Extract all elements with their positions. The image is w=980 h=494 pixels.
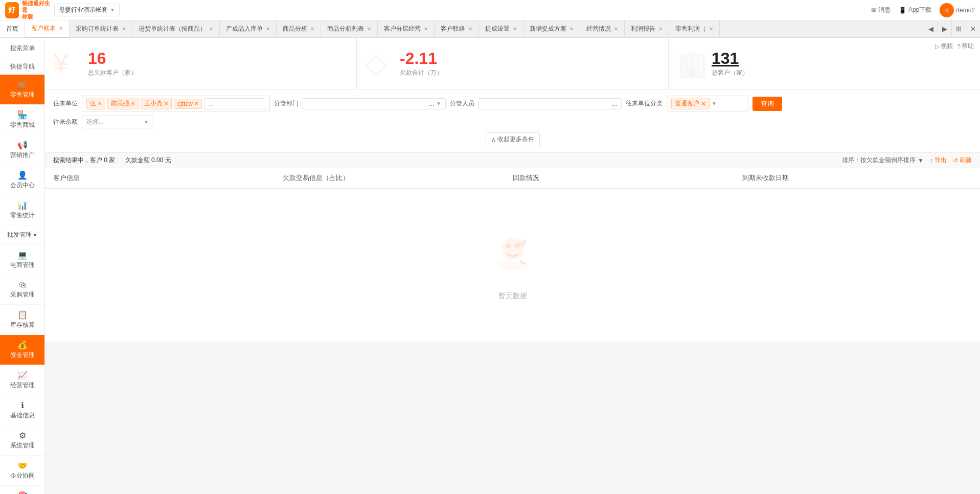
video-help-btn[interactable]: ▷ 视频 — [935, 42, 953, 51]
tab-operations[interactable]: 经营情况 ✕ — [580, 20, 625, 38]
tab-product-inbound[interactable]: 产成品入库单 ✕ — [220, 20, 277, 38]
sidebar-item-retail-mall[interactable]: 🏪 零售商城 — [0, 105, 44, 135]
unit-category-select[interactable]: 普通客户 ✕ ▼ — [667, 96, 748, 111]
collapse-btn[interactable]: ∧ 收起更多条件 — [486, 132, 540, 146]
retail-mgmt-icon: 🛒 — [17, 80, 28, 89]
sidebar-item-wholesale-mgmt-label: 批发管理 — [7, 231, 32, 239]
stat3-value: 131 — [712, 50, 748, 66]
person-more-icon: ... — [612, 100, 617, 107]
result-debt-unit: 元 — [165, 156, 171, 164]
tab-profit-report-label: 利润报告 — [631, 25, 655, 33]
unit-filter-label: 往来单位 — [53, 99, 78, 108]
tab-product-analysis[interactable]: 商品分析 ✕ — [277, 20, 321, 38]
table-header: 客户信息 欠款交易信息（占比） 回款情况 到期未收款日期 — [45, 168, 980, 189]
tab-profit-report[interactable]: 利润报告 ✕ — [625, 20, 669, 38]
message-icon: ✉ — [871, 7, 876, 14]
tab-retail-profit[interactable]: 零售利润（ ✕ — [669, 20, 720, 38]
avatar: d — [940, 3, 954, 17]
data-table: 客户信息 欠款交易信息（占比） 回款情况 到期未收款日期 — [45, 168, 980, 342]
tab-commission-settings[interactable]: 提成设置 ✕ — [479, 20, 523, 38]
tab-purchase-order-stats[interactable]: 采购订单统计表 ✕ — [70, 20, 132, 38]
top-bar-left: 好 畅捷通好生意 标版 母婴行业演示帐套 ▼ — [5, 0, 120, 20]
sidebar-item-ecommerce-mgmt[interactable]: 💻 电商管理 — [0, 245, 44, 275]
tab-commission-settings-label: 提成设置 — [485, 25, 510, 33]
tab-customer-contact[interactable]: 客户联络 ✕ — [435, 20, 479, 38]
tab-expand-btn[interactable]: ⊞ — [951, 20, 966, 38]
tab-next-btn[interactable]: ▶ — [938, 20, 951, 38]
app-download-btn[interactable]: 📱 App下载 — [899, 6, 931, 14]
help-btn[interactable]: ? 帮助 — [957, 42, 974, 51]
filter-tag-chen-close[interactable]: ✕ — [131, 101, 135, 106]
person-filter-select[interactable]: ... — [478, 98, 622, 109]
export-btn[interactable]: ↑ 导出 — [930, 156, 947, 165]
filter-tag-cjttcw-close[interactable]: ✕ — [194, 101, 198, 106]
tab-inbound-stats[interactable]: 进货单统计表（按商品） ✕ — [132, 20, 220, 38]
filter-tag-wang-close[interactable]: ✕ — [164, 101, 168, 106]
sidebar-item-system-mgmt[interactable]: ⚙ 系统管理 — [0, 425, 44, 456]
dept-filter-select[interactable]: ... ▼ — [303, 98, 446, 109]
tab-profit-report-close[interactable]: ✕ — [658, 26, 663, 32]
sidebar-item-wholesale-mgmt[interactable]: 批发管理 ▼ — [0, 226, 44, 245]
tab-customer-account[interactable]: 客户账本 ✕ — [25, 20, 70, 38]
stat1-label: 总欠款客户（家） — [88, 69, 137, 77]
sidebar-item-member-center[interactable]: 👤 会员中心 — [0, 165, 44, 195]
sidebar-item-retail-mgmt[interactable]: 🛒 零售管理 — [0, 75, 44, 105]
collapse-btn-container: ∧ 收起更多条件 — [53, 132, 972, 146]
tab-inbound-close[interactable]: ✕ — [209, 26, 213, 32]
user-avatar-btn[interactable]: d demo2 — [940, 3, 975, 17]
retail-mall-icon: 🏪 — [17, 110, 28, 120]
stat-total-debt: ◇ -2.11 欠款合计（万） — [357, 38, 669, 89]
tab-product-analysis-list[interactable]: 商品分析列表 ✕ — [321, 20, 378, 38]
dept-chevron-icon: ▼ — [436, 101, 441, 106]
basic-info-icon: ℹ — [21, 400, 24, 410]
sidebar-item-marketing[interactable]: 📢 营销推广 — [0, 135, 44, 165]
empty-state-icon — [490, 230, 536, 285]
tab-commission-close[interactable]: ✕ — [513, 26, 517, 32]
tab-home[interactable]: 首页 — [0, 20, 25, 38]
unit-category-close[interactable]: ✕ — [701, 100, 706, 107]
sidebar-item-operations-mgmt[interactable]: 📈 经营管理 — [0, 365, 44, 395]
tab-prev-btn[interactable]: ◀ — [924, 20, 938, 38]
tab-new-commission[interactable]: 新增提成方案 ✕ — [523, 20, 580, 38]
tab-customer-account-close[interactable]: ✕ — [59, 26, 63, 31]
tab-customer-tier[interactable]: 客户分层经营 ✕ — [378, 20, 435, 38]
refresh-btn[interactable]: ↺ 刷新 — [953, 156, 972, 165]
store-selector[interactable]: 母婴行业演示帐套 ▼ — [54, 4, 120, 16]
sidebar-item-new-guide[interactable]: 🎯 新手引导 — [0, 486, 44, 494]
operations-icon: 📈 — [17, 370, 28, 380]
tab-customer-tier-close[interactable]: ✕ — [424, 26, 428, 32]
tab-product-analysis-close[interactable]: ✕ — [310, 26, 314, 32]
tab-product-close[interactable]: ✕ — [266, 26, 270, 32]
filter-tag-wu-close[interactable]: ✕ — [98, 101, 102, 106]
svg-point-2 — [506, 243, 511, 249]
sidebar-item-retail-stats[interactable]: 📊 零售统计 — [0, 195, 44, 226]
search-menu-btn[interactable]: 搜索菜单 — [4, 42, 40, 55]
tab-close-all-btn[interactable]: ✕ — [966, 20, 980, 38]
sidebar-item-purchase-label: 采购管理 — [10, 290, 35, 299]
tab-purchase-close[interactable]: ✕ — [122, 26, 126, 32]
query-btn[interactable]: 查询 — [753, 97, 782, 111]
tab-operations-close[interactable]: ✕ — [614, 26, 618, 32]
sort-btn[interactable]: 排序：按欠款金额倒序排序 ▼ — [842, 156, 924, 165]
sidebar-item-enterprise-collab[interactable]: 🤝 企业协同 — [0, 456, 44, 486]
more-tags-btn[interactable]: ... — [204, 98, 265, 109]
sidebar-item-basic-info[interactable]: ℹ 基础信息 — [0, 395, 44, 425]
stat1-value: 16 — [88, 50, 137, 66]
tab-product-list-close[interactable]: ✕ — [367, 26, 371, 32]
tab-customer-contact-close[interactable]: ✕ — [468, 26, 472, 32]
unit-filter-input[interactable]: 伍 ✕ 陈民强 ✕ 王小亮 ✕ cjttcw ✕ ... — [82, 96, 270, 111]
tab-home-label: 首页 — [6, 25, 18, 33]
message-btn[interactable]: ✉ 消息 — [871, 6, 891, 14]
tab-new-commission-close[interactable]: ✕ — [569, 26, 574, 32]
sidebar: 搜索菜单 快捷导航 🛒 零售管理 🏪 零售商城 📢 营销推广 👤 会员中心 📊 … — [0, 38, 45, 494]
quick-nav-btn[interactable]: 快捷导航 — [0, 59, 44, 75]
stat1-bg-icon: ¥ — [53, 50, 69, 78]
balance-filter-select[interactable]: 选择... ▼ — [82, 116, 153, 128]
sidebar-item-finance-mgmt[interactable]: 💰 资金管理 — [0, 335, 44, 365]
tab-retail-profit-close[interactable]: ✕ — [709, 26, 713, 32]
sidebar-item-purchase-mgmt[interactable]: 🛍 采购管理 — [0, 275, 44, 305]
member-center-icon: 👤 — [17, 170, 28, 180]
col-header-debt-info: 欠款交易信息（占比） — [283, 173, 512, 183]
sidebar-item-inventory-check[interactable]: 📋 库存核算 — [0, 305, 44, 335]
tab-bar-end: ◀ ▶ ⊞ ✕ — [924, 20, 980, 38]
